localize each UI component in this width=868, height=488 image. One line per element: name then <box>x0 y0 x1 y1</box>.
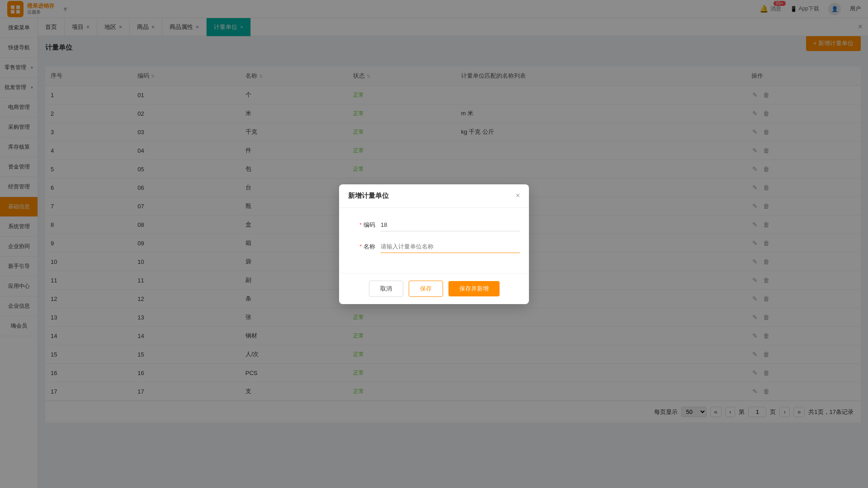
modal-overlay[interactable]: 新增计量单位 × 编码 名称 取消 保存 保存并新增 <box>0 0 868 488</box>
modal-body: 编码 名称 <box>339 208 529 273</box>
code-field-label: 编码 <box>348 221 375 229</box>
code-field-row: 编码 <box>348 219 520 231</box>
modal-header: 新增计量单位 × <box>339 184 529 208</box>
cancel-button[interactable]: 取消 <box>369 281 403 297</box>
modal-title: 新增计量单位 <box>348 192 389 200</box>
save-button[interactable]: 保存 <box>409 281 443 297</box>
save-and-new-button[interactable]: 保存并新增 <box>448 281 500 296</box>
name-field-row: 名称 <box>348 240 520 253</box>
modal-footer: 取消 保存 保存并新增 <box>339 273 529 304</box>
add-unit-modal: 新增计量单位 × 编码 名称 取消 保存 保存并新增 <box>339 184 529 304</box>
name-field-label: 名称 <box>348 243 375 251</box>
name-input[interactable] <box>381 240 520 253</box>
code-input[interactable] <box>381 219 520 231</box>
modal-close-btn[interactable]: × <box>516 192 520 200</box>
